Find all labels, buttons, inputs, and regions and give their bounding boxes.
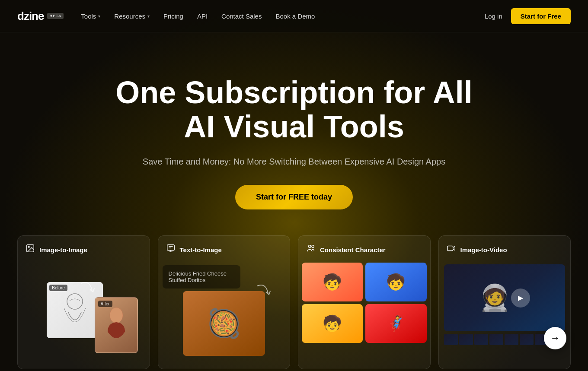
strip-frame — [459, 334, 473, 345]
strip-frame — [505, 334, 518, 345]
hero-section: One Subscription for All AI Visual Tools… — [0, 32, 588, 235]
start-free-button[interactable]: Start for Free — [511, 8, 571, 24]
play-button[interactable]: ▶ — [511, 289, 530, 308]
char-cell-1: 🧒 — [302, 263, 363, 301]
svg-point-1 — [28, 247, 29, 248]
chevron-down-icon: ▾ — [98, 14, 100, 19]
nav-tools[interactable]: Tools ▾ — [81, 13, 100, 20]
card-label: Image-to-Image — [39, 246, 87, 254]
strip-frame — [444, 334, 458, 345]
chevron-down-icon: ▾ — [147, 14, 150, 19]
char-cell-2: 🧒 — [365, 263, 426, 301]
text-to-image-icon — [166, 244, 176, 256]
strip-frame — [489, 334, 503, 345]
before-label: Before — [49, 285, 67, 291]
nav-api[interactable]: API — [197, 13, 208, 20]
hero-cta-button[interactable]: Start for FREE today — [235, 185, 353, 209]
video-thumbnail: 🧑‍🚀 ▶ — [444, 264, 566, 331]
character-grid: 🧒 🧒 🧒 🦸 — [298, 261, 430, 346]
nav-right: Log in Start for Free — [485, 8, 571, 24]
image-to-image-icon — [26, 244, 35, 256]
card-label: Image-to-Video — [460, 246, 507, 254]
image-to-video-icon — [447, 244, 456, 256]
nav-contact[interactable]: Contact Sales — [221, 13, 262, 20]
navbar: dzine BETA Tools ▾ Resources ▾ Pricing A… — [0, 0, 588, 32]
strip-frame — [474, 334, 488, 345]
hero-title: One Subscription for All AI Visual Tools — [9, 76, 579, 144]
hero-subtitle: Save Time and Money: No More Switching B… — [9, 157, 579, 167]
nav-book-demo[interactable]: Book a Demo — [275, 13, 315, 20]
strip-frame — [520, 334, 534, 345]
svg-point-6 — [309, 245, 311, 248]
svg-point-7 — [312, 245, 314, 248]
consistent-character-icon — [306, 244, 316, 256]
after-label: After — [98, 301, 112, 307]
logo[interactable]: dzine BETA — [17, 10, 64, 23]
card-image-to-image: Image-to-Image Before — [17, 235, 150, 369]
card-consistent-character: Consistent Character 🧒 🧒 🧒 🦸 — [298, 235, 431, 369]
astronaut-figure: 🧑‍🚀 — [479, 282, 511, 313]
cards-row-1: Image-to-Image Before — [0, 235, 588, 371]
char-cell-4: 🦸 — [365, 304, 426, 343]
card-label: Text-to-Image — [180, 246, 222, 254]
text-prompt: Delicious Fried Cheese Stuffed Doritos — [163, 265, 240, 289]
login-button[interactable]: Log in — [485, 13, 502, 20]
beta-badge: BETA — [47, 13, 64, 19]
card-image-to-video: Image-to-Video 🧑‍🚀 ▶ — [438, 235, 571, 369]
food-image: 🥘 — [207, 308, 241, 340]
svg-rect-8 — [447, 246, 453, 251]
nav-links: Tools ▾ Resources ▾ Pricing API Contact … — [81, 13, 315, 20]
svg-rect-5 — [167, 245, 174, 251]
nav-pricing[interactable]: Pricing — [163, 13, 183, 20]
fab-button[interactable]: → — [544, 327, 566, 349]
nav-resources[interactable]: Resources ▾ — [114, 13, 150, 20]
card-text-to-image: Text-to-Image Delicious Fried Cheese Stu… — [158, 235, 291, 369]
fab-arrow-icon: → — [550, 333, 560, 344]
char-cell-3: 🧒 — [302, 304, 363, 343]
card-label: Consistent Character — [320, 246, 386, 254]
logo-text: dzine — [17, 10, 44, 23]
